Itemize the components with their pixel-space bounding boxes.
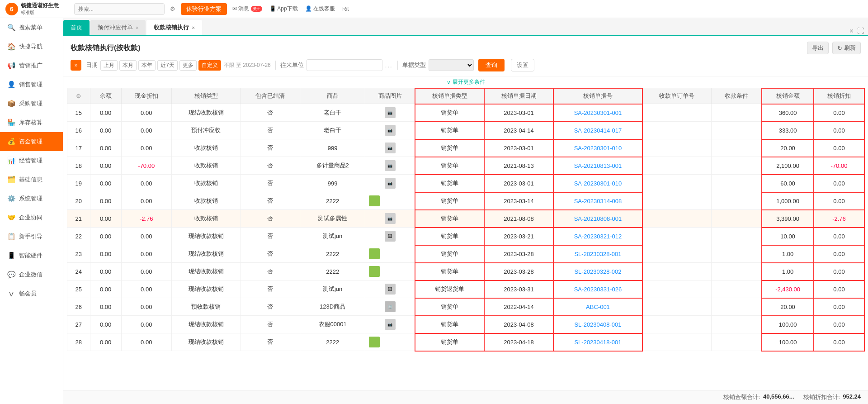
cell-writeoff-discount: -70.00 xyxy=(814,157,864,175)
cell-writeoff-discount: 0.00 xyxy=(814,316,864,333)
voucher-type-select[interactable] xyxy=(429,59,474,71)
cell-writeoff-no[interactable]: ABC-001 xyxy=(553,298,642,316)
industry-solution-button[interactable]: 休验行业方案 xyxy=(181,3,227,15)
writeoff-no-link[interactable]: SL-20230328-001 xyxy=(574,251,621,257)
sidebar-label-sales: 销售管理 xyxy=(19,81,42,89)
tab-right-controls: × ⛶ xyxy=(849,27,868,35)
sidebar-item-inventory[interactable]: 🏪 库存核算 xyxy=(0,113,63,132)
sidebar-item-search-menu[interactable]: 🔍 搜索菜单 xyxy=(0,18,63,37)
sidebar-item-corp-wx[interactable]: 💬 企业微信 xyxy=(0,265,63,284)
writeoff-no-link[interactable]: SA-20230321-012 xyxy=(574,233,622,240)
writeoff-no-link[interactable]: SA-20230301-001 xyxy=(574,109,622,116)
cell-writeoff-amount: 100.00 xyxy=(762,316,814,333)
cell-writeoff-no[interactable]: SL-20230408-001 xyxy=(553,316,642,333)
cell-writeoff-no[interactable]: SA-20210808-001 xyxy=(553,210,642,228)
sidebar-label-marketing: 营销推广 xyxy=(19,62,42,70)
sidebar-item-vip[interactable]: V 畅会员 xyxy=(0,284,63,303)
col-writeoff-amount: 核销金额 xyxy=(762,88,814,104)
voucher-type-label: 单据类型 xyxy=(402,61,426,69)
cell-writeoff-discount: 0.00 xyxy=(814,192,864,210)
date-btn-more[interactable]: 更多 xyxy=(179,60,197,71)
cell-writeoff-no[interactable]: SA-20230301-010 xyxy=(553,175,642,192)
cell-writeoff-no[interactable]: SA-20230301-001 xyxy=(553,104,642,122)
cell-writeoff-no[interactable]: SA-20230331-026 xyxy=(553,280,642,298)
refresh-button[interactable]: ↻ 刷新 xyxy=(832,42,861,54)
cell-product: 老白干 xyxy=(300,104,365,122)
cell-writeoff-no[interactable]: SA-20230314-008 xyxy=(553,192,642,210)
cell-writeoff-no[interactable]: SA-20230301-010 xyxy=(553,139,642,157)
cell-no: 20 xyxy=(67,192,90,210)
writeoff-no-link[interactable]: SA-20230331-026 xyxy=(574,286,622,293)
cell-product-img: 🖼 xyxy=(365,280,415,298)
sidebar-item-smart-hw[interactable]: 📱 智能硬件 xyxy=(0,246,63,265)
sidebar-item-marketing[interactable]: 📢 营销推广 xyxy=(0,56,63,75)
cell-cash-discount: 0.00 xyxy=(121,228,171,245)
col-settings[interactable]: ⚙ xyxy=(67,88,90,104)
sidebar-item-sales-mgmt[interactable]: 👤 销售管理 xyxy=(0,75,63,94)
cell-no: 15 xyxy=(67,104,90,122)
message-icon[interactable]: ✉ 消息 99+ xyxy=(232,5,262,13)
table-row: 18 0.00 -70.00 收款核销 否 多计量商品2 📷 销货单 2021-… xyxy=(67,157,864,175)
date-btn-this-year[interactable]: 本年 xyxy=(138,60,156,71)
date-btn-last-month[interactable]: 上月 xyxy=(100,60,118,71)
writeoff-no-link[interactable]: SA-20230414-017 xyxy=(574,127,622,134)
tab-receivable[interactable]: 收款核销执行 × xyxy=(146,20,202,35)
sidebar-item-quick-nav[interactable]: 🏠 快捷导航 xyxy=(0,37,63,56)
tab-receivable-close[interactable]: × xyxy=(192,25,194,30)
export-button[interactable]: 导出 xyxy=(807,42,829,54)
expand-more-area[interactable]: ∨ 展开更多条件 xyxy=(63,76,868,88)
cell-writeoff-amount: 1,000.00 xyxy=(762,192,814,210)
writeoff-no-link[interactable]: SA-20230301-010 xyxy=(574,180,622,187)
table-settings-icon[interactable]: ⚙ xyxy=(76,93,81,100)
filter-toggle-button[interactable]: » xyxy=(71,60,81,71)
writeoff-no-link[interactable]: SL-20230328-002 xyxy=(574,268,621,275)
cell-writeoff-date: 2023-03-21 xyxy=(484,228,553,245)
cell-writeoff-no[interactable]: SL-20230328-002 xyxy=(553,263,642,280)
cell-writeoff-type: 现结收款核销 xyxy=(171,104,241,122)
writeoff-no-link[interactable]: SA-20210813-001 xyxy=(574,162,622,169)
cell-writeoff-no[interactable]: SL-20230418-001 xyxy=(553,333,642,351)
tab-prepay-label: 预付冲应付单 xyxy=(98,24,133,32)
setting-button[interactable]: 设置 xyxy=(511,59,534,71)
tab-maximize-icon[interactable]: ⛶ xyxy=(857,27,864,35)
table-row: 25 0.00 0.00 现结收款核销 否 测试jun 🖼 销货退货单 2023… xyxy=(67,280,864,298)
app-download-link[interactable]: 📱 App下载 xyxy=(269,5,298,13)
user-name: Rit xyxy=(342,6,349,12)
cell-receipt-condition xyxy=(712,333,762,351)
tab-prepay[interactable]: 预付冲应付单 × xyxy=(90,20,146,35)
cell-cash-discount: 0.00 xyxy=(121,192,171,210)
cell-include-settled: 否 xyxy=(241,139,300,157)
query-button[interactable]: 查询 xyxy=(478,59,505,71)
cell-writeoff-no[interactable]: SA-20230414-017 xyxy=(553,122,642,139)
cell-writeoff-no[interactable]: SA-20230321-012 xyxy=(553,228,642,245)
writeoff-no-link[interactable]: SA-20230301-010 xyxy=(574,145,622,152)
gear-icon[interactable]: ⚙ xyxy=(170,5,175,12)
date-btn-this-month[interactable]: 本月 xyxy=(119,60,137,71)
sidebar-item-fund-mgmt[interactable]: 💰 资金管理 xyxy=(0,132,63,151)
sidebar-item-purchase-mgmt[interactable]: 📦 采购管理 xyxy=(0,94,63,113)
sidebar-item-sys-mgmt[interactable]: ⚙️ 系统管理 xyxy=(0,189,63,208)
cell-product-img: 📷 xyxy=(365,104,415,122)
sidebar-item-beginner[interactable]: 📋 新手引导 xyxy=(0,227,63,246)
cell-balance: 0.00 xyxy=(90,192,121,210)
partner-input[interactable] xyxy=(307,59,382,71)
date-btn-custom[interactable]: 自定义 xyxy=(198,60,221,71)
date-btn-7days[interactable]: 近7天 xyxy=(157,60,178,71)
writeoff-no-link[interactable]: ABC-001 xyxy=(586,304,610,310)
tab-close-icon[interactable]: × xyxy=(849,27,854,35)
online-service-link[interactable]: 👤 在线客服 xyxy=(305,5,335,13)
cell-cash-discount: 0.00 xyxy=(121,139,171,157)
writeoff-no-link[interactable]: SL-20230408-001 xyxy=(574,321,621,328)
cell-writeoff-no[interactable]: SA-20210813-001 xyxy=(553,157,642,175)
tab-home[interactable]: 首页 xyxy=(63,20,90,35)
cell-writeoff-no[interactable]: SL-20230328-001 xyxy=(553,245,642,263)
writeoff-no-link[interactable]: SL-20230418-001 xyxy=(574,339,621,346)
top-search-input[interactable] xyxy=(74,3,165,15)
tab-prepay-close[interactable]: × xyxy=(136,25,138,30)
cell-writeoff-amount: 20.00 xyxy=(762,139,814,157)
sidebar-item-biz-mgmt[interactable]: 📊 经营管理 xyxy=(0,151,63,170)
sidebar-item-basic-info[interactable]: 🗂️ 基础信息 xyxy=(0,170,63,189)
writeoff-no-link[interactable]: SA-20210808-001 xyxy=(574,215,622,222)
writeoff-no-link[interactable]: SA-20230314-008 xyxy=(574,198,622,204)
sidebar-item-corp-collab[interactable]: 🤝 企业协同 xyxy=(0,208,63,227)
